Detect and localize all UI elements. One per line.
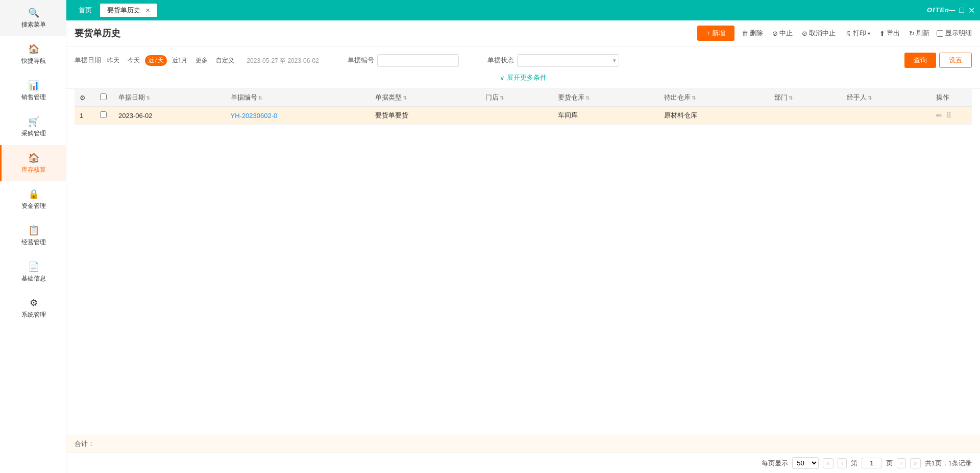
footer-total-label: 合计： bbox=[75, 440, 94, 447]
delete-button[interactable]: 🗑 删除 bbox=[740, 28, 765, 39]
inventory-icon: 🏠 bbox=[28, 152, 39, 163]
col-doc-no[interactable]: 单据编号⇅ bbox=[226, 89, 371, 107]
col-req-warehouse[interactable]: 要货仓库⇅ bbox=[553, 89, 659, 107]
main-area: 首页 要货单历史 ✕ OfTEn ─ □ ✕ 要货单历史 + 新增 🗑 删除 bbox=[66, 0, 980, 473]
pagination-summary: 共1页，1条记录 bbox=[925, 459, 972, 468]
print-button[interactable]: 🖨 打印 ▾ bbox=[843, 28, 872, 39]
close-button[interactable]: ✕ bbox=[968, 6, 975, 15]
tab-req-history[interactable]: 要货单历史 ✕ bbox=[100, 4, 157, 17]
status-select[interactable]: 草稿 已审核 已中止 bbox=[517, 54, 619, 67]
add-button[interactable]: + 新增 bbox=[697, 26, 734, 41]
sidebar-item-label: 资金管理 bbox=[21, 202, 46, 210]
more-ops-icon[interactable]: ⠿ bbox=[946, 111, 951, 120]
date-btn-today[interactable]: 今天 bbox=[125, 55, 143, 66]
edit-icon[interactable]: ✏ bbox=[936, 111, 942, 120]
col-store[interactable]: 门店⇅ bbox=[480, 89, 553, 107]
content-area: 要货单历史 + 新增 🗑 删除 ⊘ 中止 ⊘ 取消中止 🖨 打印 bbox=[66, 20, 980, 473]
sidebar-item-label: 经营管理 bbox=[21, 238, 46, 247]
table-row: 1 2023-06-02 YH-20230602-0 要货单要货 车间库 原材料… bbox=[75, 107, 972, 125]
next-page-button[interactable]: › bbox=[897, 458, 906, 468]
first-page-button[interactable]: « bbox=[823, 458, 834, 468]
doc-no-filter: 单据编号 bbox=[348, 54, 459, 67]
refresh-button[interactable]: ↻ 刷新 bbox=[907, 28, 932, 39]
page-size-select[interactable]: 50 20 100 200 bbox=[792, 457, 819, 469]
date-btn-yesterday[interactable]: 昨天 bbox=[104, 55, 122, 66]
sidebar-item-label: 快捷导航 bbox=[21, 57, 46, 65]
cell-doc-no: YH-20230602-0 bbox=[226, 107, 371, 125]
sidebar-item-sales-mgmt[interactable]: 📊 销售管理 bbox=[0, 73, 66, 109]
cell-handler bbox=[842, 107, 931, 125]
date-filter-label: 单据日期 bbox=[75, 56, 101, 65]
purchase-icon: 🛒 bbox=[28, 116, 39, 127]
date-btn-custom[interactable]: 自定义 bbox=[213, 55, 237, 66]
system-icon: ⚙ bbox=[30, 297, 38, 309]
sidebar-item-ops-mgmt[interactable]: 📋 经营管理 bbox=[0, 218, 66, 254]
settings-button[interactable]: 设置 bbox=[939, 53, 972, 68]
cell-ops: ✏ ⠿ bbox=[931, 107, 972, 125]
tab-home[interactable]: 首页 bbox=[71, 4, 99, 17]
page-size-label: 每页显示 bbox=[762, 459, 788, 468]
sidebar-item-search-menu[interactable]: 🔍 搜索菜单 bbox=[0, 0, 66, 36]
expand-more-button[interactable]: ∨ 展开更多条件 bbox=[75, 70, 972, 85]
page-title: 要货单历史 bbox=[75, 27, 120, 39]
query-button[interactable]: 查询 bbox=[904, 53, 936, 68]
sidebar-item-quick-nav[interactable]: 🏠 快捷导航 bbox=[0, 36, 66, 73]
cell-doc-type: 要货单要货 bbox=[370, 107, 480, 125]
cell-doc-date: 2023-06-02 bbox=[113, 107, 226, 125]
expand-icon: ∨ bbox=[500, 74, 505, 82]
sidebar-item-label: 搜索菜单 bbox=[21, 20, 46, 29]
show-detail-input[interactable] bbox=[937, 30, 943, 37]
doc-no-link[interactable]: YH-20230602-0 bbox=[231, 112, 278, 120]
toolbar: + 新增 🗑 删除 ⊘ 中止 ⊘ 取消中止 🖨 打印 ▾ bbox=[697, 26, 972, 41]
sidebar-item-label: 基础信息 bbox=[21, 274, 46, 283]
export-button[interactable]: ⬆ 导出 bbox=[877, 28, 902, 39]
status-select-wrapper: 草稿 已审核 已中止 bbox=[517, 54, 619, 67]
table-header: ⚙ 单据日期⇅ 单据编号⇅ 单据类型⇅ 门店⇅ 要货仓库⇅ 待出仓库⇅ 部门⇅ … bbox=[75, 89, 972, 107]
data-table: ⚙ 单据日期⇅ 单据编号⇅ 单据类型⇅ 门店⇅ 要货仓库⇅ 待出仓库⇅ 部门⇅ … bbox=[75, 89, 972, 125]
date-btn-more[interactable]: 更多 bbox=[192, 55, 211, 66]
sidebar-item-system-mgmt[interactable]: ⚙ 系统管理 bbox=[0, 290, 66, 326]
tab-close-icon[interactable]: ✕ bbox=[145, 7, 150, 13]
doc-no-input[interactable] bbox=[377, 54, 459, 67]
page-input[interactable] bbox=[862, 458, 882, 468]
last-page-button[interactable]: » bbox=[910, 458, 921, 468]
top-bar: 首页 要货单历史 ✕ OfTEn ─ □ ✕ bbox=[66, 0, 980, 20]
col-dept[interactable]: 部门⇅ bbox=[769, 89, 842, 107]
col-doc-date[interactable]: 单据日期⇅ bbox=[113, 89, 226, 107]
sidebar-item-label: 采购管理 bbox=[21, 129, 46, 138]
status-filter: 单据状态 草稿 已审核 已中止 bbox=[487, 54, 619, 67]
date-btn-1month[interactable]: 近1月 bbox=[169, 55, 191, 66]
col-doc-type[interactable]: 单据类型⇅ bbox=[370, 89, 480, 107]
home-icon: 🏠 bbox=[28, 43, 39, 55]
filter-area: 单据日期 昨天 今天 近7天 近1月 更多 自定义 2023-05-27 至 2… bbox=[66, 46, 980, 89]
doc-no-label: 单据编号 bbox=[348, 56, 374, 65]
sidebar-item-finance-mgmt[interactable]: 🔒 资金管理 bbox=[0, 181, 66, 218]
cell-checkbox bbox=[95, 107, 113, 125]
prev-page-button[interactable]: ‹ bbox=[838, 458, 847, 468]
sidebar-item-basic-info[interactable]: 📄 基础信息 bbox=[0, 254, 66, 290]
sidebar-item-purchase-mgmt[interactable]: 🛒 采购管理 bbox=[0, 109, 66, 145]
col-pending-warehouse[interactable]: 待出仓库⇅ bbox=[659, 89, 769, 107]
table-area: ⚙ 单据日期⇅ 单据编号⇅ 单据类型⇅ 门店⇅ 要货仓库⇅ 待出仓库⇅ 部门⇅ … bbox=[66, 89, 980, 435]
print-icon: 🖨 bbox=[845, 30, 851, 37]
select-all-checkbox[interactable] bbox=[100, 93, 107, 100]
sidebar-item-inventory[interactable]: 🏠 库存核算 bbox=[0, 145, 66, 181]
minimize-button[interactable]: ─ bbox=[949, 6, 955, 15]
date-btn-7days[interactable]: 近7天 bbox=[145, 55, 167, 66]
col-handler[interactable]: 经手人⇅ bbox=[842, 89, 931, 107]
cell-store bbox=[480, 107, 553, 125]
sidebar-item-label: 系统管理 bbox=[21, 311, 46, 319]
brand-logo: OfTEn bbox=[927, 6, 949, 14]
stop-button[interactable]: ⊘ 中止 bbox=[770, 28, 795, 39]
col-settings[interactable]: ⚙ bbox=[75, 89, 95, 107]
row-checkbox[interactable] bbox=[100, 111, 107, 118]
print-dropdown-icon: ▾ bbox=[868, 31, 870, 36]
ops-icon: 📋 bbox=[28, 225, 39, 236]
refresh-icon: ↻ bbox=[909, 30, 915, 37]
cancel-stop-button[interactable]: ⊘ 取消中止 bbox=[800, 28, 838, 39]
show-detail-checkbox[interactable]: 显示明细 bbox=[937, 29, 972, 38]
basic-info-icon: 📄 bbox=[28, 261, 39, 272]
sidebar-item-label: 库存核算 bbox=[21, 165, 46, 174]
maximize-button[interactable]: □ bbox=[959, 6, 964, 15]
date-range-display: 2023-05-27 至 2023-06-02 bbox=[247, 57, 318, 65]
